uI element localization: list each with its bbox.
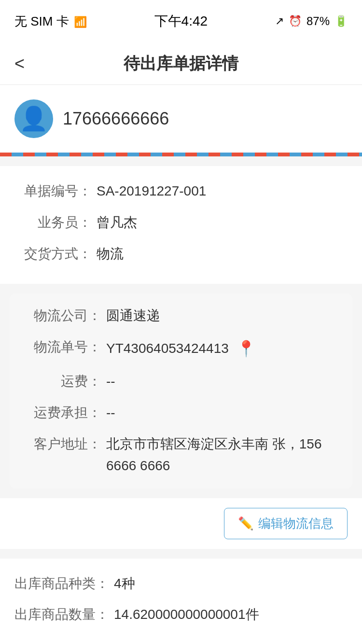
section-divider	[0, 549, 362, 559]
avatar: 👤	[14, 99, 53, 138]
back-button[interactable]: <	[14, 54, 25, 74]
battery-text: 87%	[306, 14, 330, 28]
address-label: 客户地址：	[24, 434, 101, 455]
battery-icon: 🔋	[334, 15, 348, 28]
status-right: ↗ ⏰ 87% 🔋	[275, 14, 348, 28]
salesman-row: 业务员： 曾凡杰	[14, 212, 348, 234]
map-pin-icon[interactable]: 📍	[237, 336, 256, 361]
delivery-method-label: 交货方式：	[14, 243, 92, 265]
tracking-label: 物流单号：	[24, 336, 101, 358]
order-number-label: 单据编号：	[14, 181, 92, 202]
freight-label: 运费：	[24, 371, 101, 392]
nav-bar: < 待出库单据详情	[0, 42, 362, 85]
order-info-section: 单据编号： SA-20191227-001 业务员： 曾凡杰 交货方式： 物流	[0, 166, 362, 284]
product-types-row: 出库商品种类： 4种	[14, 573, 348, 595]
logistics-company-label: 物流公司：	[24, 305, 101, 327]
alarm-icon: ⏰	[289, 15, 302, 28]
salesman-value: 曾凡杰	[92, 212, 348, 234]
delivery-method-row: 交货方式： 物流	[14, 243, 348, 265]
edit-logistics-button[interactable]: ✏️ 编辑物流信息	[224, 508, 348, 539]
freight-bearer-row: 运费承担： --	[24, 402, 338, 424]
carrier-text: 无 SIM 卡	[14, 13, 69, 30]
tracking-value: YT43064053424413	[106, 338, 229, 360]
product-quantity-label: 出库商品数量：	[14, 604, 109, 626]
logistics-company-value: 圆通速递	[101, 305, 338, 327]
freight-bearer-label: 运费承担：	[24, 402, 101, 424]
freight-bearer-value: --	[101, 402, 338, 424]
salesman-label: 业务员：	[14, 212, 92, 234]
freight-value: --	[101, 371, 338, 392]
edit-icon: ✏️	[238, 516, 253, 531]
status-bar: 无 SIM 卡 下午4:42 ↗ ⏰ 87% 🔋	[0, 0, 362, 42]
customer-header: 👤 17666666666	[0, 85, 362, 153]
status-left: 无 SIM 卡	[14, 13, 87, 30]
edit-logistics-label: 编辑物流信息	[258, 515, 334, 532]
product-types-label: 出库商品种类：	[14, 573, 109, 595]
product-quantity-row: 出库商品数量： 14.620000000000001件	[14, 604, 348, 626]
time-text: 下午4:42	[154, 12, 208, 30]
location-status-icon: ↗	[275, 15, 284, 28]
order-number-value: SA-20191227-001	[92, 181, 348, 202]
freight-row: 运费： --	[24, 371, 338, 392]
product-section: 出库商品种类： 4种 出库商品数量： 14.620000000000001件	[0, 559, 362, 644]
customer-phone: 17666666666	[63, 109, 169, 129]
product-quantity-value: 14.620000000000001件	[109, 604, 348, 626]
dashed-divider	[0, 153, 362, 156]
avatar-icon: 👤	[19, 105, 48, 132]
order-number-row: 单据编号： SA-20191227-001	[14, 181, 348, 202]
page-title: 待出库单据详情	[124, 53, 238, 75]
address-value: 北京市市辖区海淀区永丰南 张，156 6666 6666	[101, 434, 338, 477]
tracking-row: 物流单号： YT43064053424413 📍	[24, 336, 338, 361]
logistics-company-row: 物流公司： 圆通速递	[24, 305, 338, 327]
tracking-value-wrapper: YT43064053424413 📍	[101, 336, 338, 361]
delivery-method-value: 物流	[92, 243, 348, 265]
logistics-card: 物流公司： 圆通速递 物流单号： YT43064053424413 📍 运费： …	[10, 294, 352, 488]
wifi-icon	[74, 14, 87, 29]
edit-btn-wrapper: ✏️ 编辑物流信息	[0, 498, 362, 549]
address-row: 客户地址： 北京市市辖区海淀区永丰南 张，156 6666 6666	[24, 434, 338, 477]
product-types-value: 4种	[109, 573, 348, 595]
